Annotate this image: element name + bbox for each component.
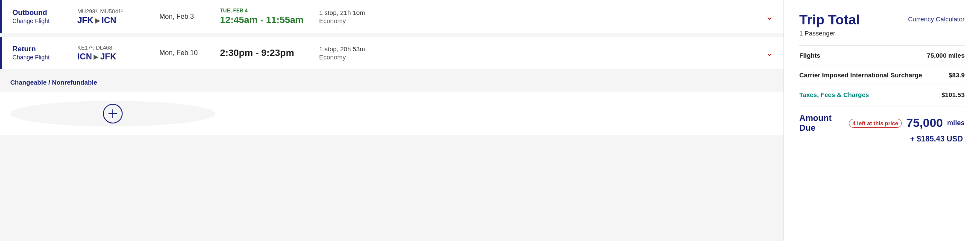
flights-value: 75,000 miles <box>927 52 965 59</box>
return-time-value: 2:30pm - 9:23pm <box>220 47 294 58</box>
bottom-placeholder <box>10 101 215 126</box>
currency-calculator-link[interactable]: Currency Calculator <box>908 15 965 23</box>
return-flight-nums: KE17¹, DL468 <box>77 44 146 51</box>
miles-amount: 75,000 <box>906 116 943 130</box>
return-change-flight[interactable]: Change Flight <box>12 54 50 61</box>
taxes-price-row: Taxes, Fees & Charges $101.53 <box>799 85 965 104</box>
flights-label: Flights <box>799 52 820 59</box>
return-chevron[interactable]: ⌄ <box>766 47 773 59</box>
return-label: Return Change Flight <box>12 45 64 61</box>
return-type: Return <box>12 45 64 53</box>
return-cities: ICN ▶ JFK <box>77 52 146 62</box>
amount-due-label: Amount Due <box>799 113 845 133</box>
amount-due-section: Amount Due 4 left at this price 75,000 m… <box>799 106 965 144</box>
outbound-time: TUE, FEB 4 12:45am - 11:55am <box>220 8 305 26</box>
outbound-change-flight[interactable]: Change Flight <box>12 18 50 24</box>
outbound-route: MU298¹, MU5041¹ JFK ▶ ICN <box>77 8 146 25</box>
outbound-cities: JFK ▶ ICN <box>77 15 146 25</box>
outbound-chevron[interactable]: ⌄ <box>766 11 773 22</box>
outbound-class: Economy <box>319 17 379 24</box>
passenger-count: 1 Passenger <box>799 29 965 37</box>
trip-total-header: Trip Total Currency Calculator <box>799 12 965 28</box>
flights-price-row: Flights 75,000 miles <box>799 45 965 65</box>
outbound-flight-nums: MU298¹, MU5041¹ <box>77 8 146 15</box>
outbound-stop-count: 1 stop, 21h 10m <box>319 9 379 16</box>
surcharge-value: $83.9 <box>948 71 965 79</box>
return-arrow: ▶ <box>94 53 98 60</box>
bottom-panel <box>0 92 783 135</box>
return-time: 2:30pm - 9:23pm <box>220 47 305 59</box>
return-from: ICN <box>77 52 92 62</box>
trip-total-title: Trip Total <box>799 12 860 28</box>
outbound-label: Outbound Change Flight <box>12 9 64 25</box>
taxes-label: Taxes, Fees & Charges <box>799 91 869 98</box>
return-stop-count: 1 stop, 20h 53m <box>319 45 379 53</box>
outbound-type: Outbound <box>12 9 64 17</box>
outbound-flight-row: Outbound Change Flight MU298¹, MU5041¹ J… <box>0 0 783 33</box>
return-to: JFK <box>100 52 116 62</box>
outbound-stops: 1 stop, 21h 10m Economy <box>319 9 379 24</box>
left-at-price-badge: 4 left at this price <box>849 119 902 128</box>
surcharge-price-row: Carrier Imposed International Surcharge … <box>799 65 965 85</box>
return-stops: 1 stop, 20h 53m Economy <box>319 45 379 61</box>
trip-summary-panel: Trip Total Currency Calculator 1 Passeng… <box>783 0 980 241</box>
return-flight-row: Return Change Flight KE17¹, DL468 ICN ▶ … <box>0 37 783 69</box>
outbound-from: JFK <box>77 15 94 25</box>
outbound-arrow: ▶ <box>95 17 100 24</box>
outbound-arrival-day: TUE, FEB 4 <box>220 8 305 14</box>
taxes-value: $101.53 <box>942 91 965 98</box>
changeable-note: Changeable / Nonrefundable <box>0 73 783 92</box>
outbound-to: ICN <box>102 15 116 25</box>
outbound-time-value: 12:45am - 11:55am <box>220 15 304 25</box>
return-date: Mon, Feb 10 <box>159 49 206 57</box>
outbound-date: Mon, Feb 3 <box>159 13 206 21</box>
return-route: KE17¹, DL468 ICN ▶ JFK <box>77 44 146 62</box>
return-class: Economy <box>319 53 379 61</box>
bottom-icon <box>102 103 123 124</box>
usd-row: + $185.43 USD <box>799 135 965 144</box>
miles-label: miles <box>947 119 965 127</box>
surcharge-label: Carrier Imposed International Surcharge <box>799 71 922 79</box>
amount-due-row: Amount Due 4 left at this price 75,000 m… <box>799 113 965 133</box>
